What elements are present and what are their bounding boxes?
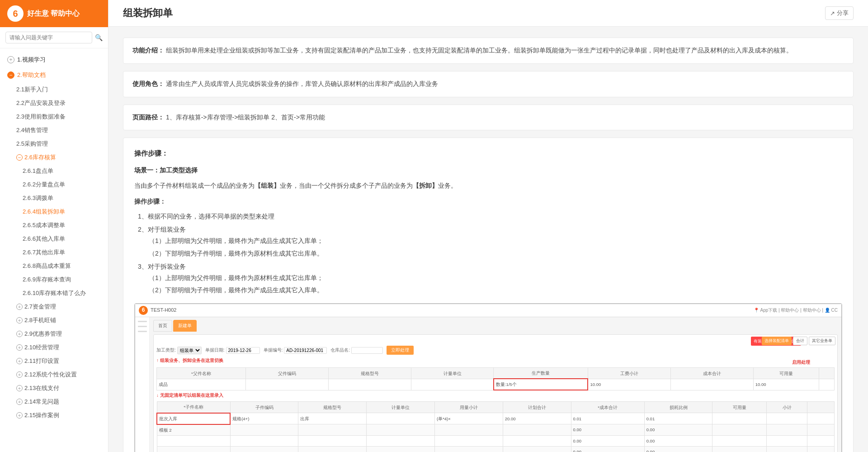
cell-child-code-2 <box>230 424 298 436</box>
app-top-table-area: *父件名称 父件编码 规格型号 计量单位 生产数量 工费小计 成本合计 <box>156 367 835 390</box>
cell-child-cost-4: 0.00 <box>571 446 644 452</box>
app-select-btn[interactable]: 选择装配清单 <box>762 337 792 345</box>
sidebar-item-videos[interactable]: + 1.视频学习 <box>0 52 108 67</box>
app-billno-input[interactable] <box>284 347 327 354</box>
sidebar-item-system[interactable]: + 2.12系统个性化设置 <box>0 368 108 381</box>
sidebar-item-print[interactable]: + 2.11打印设置 <box>0 354 108 368</box>
nav-section-videos: + 1.视频学习 <box>0 52 108 67</box>
sidebar-item-coupon[interactable]: + 2.9优惠券管理 <box>0 327 108 341</box>
scenario1-intro: 当由多个子件材料组装成一个成品的业务为【组装】业务，当由一个父件拆分成多个子产品… <box>134 180 842 191</box>
sidebar-item-online-pay[interactable]: + 2.13在线支付 <box>0 381 108 395</box>
page-title: 组装拆卸单 <box>123 6 173 20</box>
cell-child-name-2: 模板 2 <box>157 424 230 436</box>
app-type-select[interactable]: 组装单 拆卸单 <box>177 347 202 354</box>
app-billno-label: 单据编号: <box>264 346 283 354</box>
app-action-btn2[interactable]: 其它业务单 <box>809 337 835 345</box>
app-tab-bar: 首页 新建单 <box>153 320 838 332</box>
cell-child-unit-1 <box>367 413 435 424</box>
sidebar-brand: 好生意 帮助中心 <box>27 9 80 19</box>
share-icon: ↗ <box>830 10 835 17</box>
operations-section: 操作步骤： 场景一：加工类型选择 当由多个子件材料组装成一个成品的业务为【组装】… <box>123 138 854 452</box>
table-row-bottom-3: 0.00 0.00 <box>157 435 835 446</box>
app-warehouse-input[interactable] <box>351 347 383 354</box>
col-child-unit: 计量单位 <box>367 402 435 413</box>
sidebar-item-newcomer[interactable]: 2.1新手入门 <box>0 83 108 96</box>
sidebar-item-stocktake[interactable]: 2.6.1盘点单 <box>0 164 108 178</box>
col-loss: 损耗比例 <box>644 402 712 413</box>
sidebar-item-cost-adjust[interactable]: 2.6.5成本调整单 <box>0 219 108 232</box>
steps-title: 操作步骤： <box>134 196 842 207</box>
sidebar-item-transfer[interactable]: 2.6.3调拨单 <box>0 191 108 205</box>
cell-parent-code <box>245 379 328 390</box>
app-main-inner: 首页 新建单 有装配清单的在这里处理 选择装配清单 合计 其它业务单 <box>150 317 841 452</box>
search-icon[interactable]: 🔍 <box>95 34 103 41</box>
breadcrumb-block: 页面路径： 1、库存核算->库存管理->组装拆卸单 2、首页->常用功能 <box>123 105 854 131</box>
nav-section-docs: − 2.帮助文档 2.1新手入门 2.2产品安装及登录 2.3使用前数据准备 2… <box>0 67 108 422</box>
table-row-top-1: 成品 数量:1/5个 10.00 10.00 <box>157 379 835 390</box>
sidebar-item-other-in[interactable]: 2.6.6其他入库单 <box>0 232 108 246</box>
sidebar-item-other-out[interactable]: 2.6.7其他出库单 <box>0 246 108 259</box>
table-row-bottom-2: 模板 2 0.00 0.00 <box>157 424 835 436</box>
scenario1-title: 场景一：加工类型选择 <box>134 165 842 176</box>
cell-child-spec-1: 出库 <box>298 413 367 424</box>
sidebar-header: 6 好生意 帮助中心 <box>0 0 108 27</box>
expand-icon: + <box>7 56 14 63</box>
sidebar-item-purchase[interactable]: 2.5采购管理 <box>0 137 108 151</box>
app-bottom-table: *子件名称 子件编码 规格型号 计量单位 用量小计 计划合计 *成本合计 <box>156 401 835 452</box>
sidebar-icon-2 <box>138 326 147 327</box>
col-usage: 用量小计 <box>434 402 503 413</box>
col-child-available: 可用量 <box>712 402 767 413</box>
feature-intro-block: 功能介绍： 组装拆卸单用来处理企业组装或拆卸等加工业务，支持有固定装配清单的产品… <box>123 38 854 64</box>
app-tab-home[interactable]: 首页 <box>153 320 172 332</box>
cell-child-unit-2 <box>367 424 435 436</box>
assembly-step-1: （1）上部明细为父件明细，最终作为产成品生成其它入库单； <box>149 235 842 247</box>
sidebar-item-operation[interactable]: + 2.10经营管理 <box>0 341 108 354</box>
app-form-row1: 加工类型: 组装单 拆卸单 单据日期: <box>156 346 835 355</box>
use-role-block: 使用角色： 通常由生产人员或库管人员完成拆装业务的操作，库管人员确认原材料的出库… <box>123 71 854 97</box>
col-ops <box>807 402 834 413</box>
main-area: 组装拆卸单 ↗ 分享 功能介绍： 组装拆卸单用来处理企业组装或拆卸等加工业务，支… <box>108 0 868 452</box>
app-type-selector: 加工类型: 组装单 拆卸单 <box>156 346 202 354</box>
app-mini-sidebar <box>135 317 150 452</box>
app-action-btn1[interactable]: 合计 <box>793 337 807 345</box>
app-topbar-icons: 📍 App下载 | 帮助中心 | 帮助中心 | 👤 CC <box>754 306 838 314</box>
cell-subtotal-2 <box>767 424 807 436</box>
cell-available: 10.00 <box>753 379 819 390</box>
sidebar-item-dataprep[interactable]: 2.3使用前数据准备 <box>0 110 108 124</box>
app-tab-new[interactable]: 新建单 <box>173 320 197 332</box>
inventory-children: 2.6.1盘点单 2.6.2分量盘点单 2.6.3调拨单 2.6.4组装拆卸单 … <box>0 164 108 300</box>
disassembly-step-2: （2）下部明细为子件明细，最终作为产成品生成其它入库单。 <box>149 285 842 296</box>
disassembly-step-1: （1）上部明细为父件明细，最终作为原材料生成其它出库单； <box>149 272 842 284</box>
sidebar-item-faq[interactable]: + 2.14常见问题 <box>0 395 108 409</box>
cell-loss-4: 0.00 <box>644 446 712 452</box>
sidebar-item-sales[interactable]: 2.4销售管理 <box>0 124 108 137</box>
sidebar-item-cases[interactable]: + 2.15操作案例 <box>0 409 108 422</box>
operations-title: 操作步骤： <box>134 147 842 159</box>
app-date-input[interactable] <box>226 347 260 354</box>
app-enable-btn[interactable]: 立即处理 <box>387 346 414 355</box>
col-parent-name: *父件名称 <box>157 368 246 379</box>
sidebar-logo: 6 <box>7 5 24 22</box>
sidebar-item-install[interactable]: 2.2产品安装及登录 <box>0 96 108 110</box>
cell-plan-2 <box>503 424 571 436</box>
sidebar-item-inventory[interactable]: − 2.6库存核算 <box>0 151 108 164</box>
sidebar-item-stock-error[interactable]: 2.6.10库存账本错了么办 <box>0 286 108 300</box>
cell-child-avail-2 <box>712 424 767 436</box>
share-button[interactable]: ↗ 分享 <box>825 6 854 20</box>
sidebar-item-stock-query[interactable]: 2.6.9库存账本查询 <box>0 273 108 286</box>
sidebar-item-mobile[interactable]: + 2.8手机旺铺 <box>0 314 108 327</box>
cell-parent-name: 成品 <box>157 379 246 390</box>
col-child-code: 子件编码 <box>230 402 298 413</box>
sidebar-item-cost-recalc[interactable]: 2.6.8商品成本重算 <box>0 259 108 273</box>
sidebar-item-videos-label: 1.视频学习 <box>17 56 46 64</box>
col-plan: 计划合计 <box>503 402 571 413</box>
sidebar-item-assembly[interactable]: 2.6.4组装拆卸单 <box>0 205 108 219</box>
sidebar-item-partial-stocktake[interactable]: 2.6.2分量盘点单 <box>0 178 108 191</box>
assembly-sub-list: （1）上部明细为父件明细，最终作为产成品生成其它入库单； （2）下部明细为子件明… <box>149 235 842 259</box>
sidebar-item-finance[interactable]: + 2.7资金管理 <box>0 300 108 314</box>
search-input[interactable] <box>5 32 92 43</box>
enable-annotation: 启用处理 <box>792 358 810 366</box>
cell-child-name-3 <box>157 435 230 446</box>
use-role-label: 使用角色： <box>132 80 164 87</box>
sidebar-item-docs[interactable]: − 2.帮助文档 <box>0 67 108 83</box>
